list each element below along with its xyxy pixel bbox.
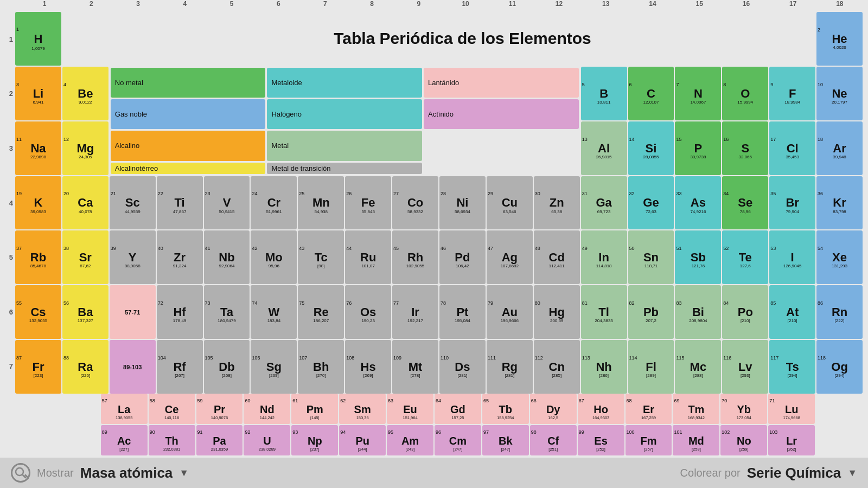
cell-r5-c5[interactable]: 41Nb92,9064: [204, 230, 250, 284]
lanthanide-Ce[interactable]: 58Ce140,116: [149, 394, 195, 424]
cell-r2-c2[interactable]: 4Be9,0122: [62, 67, 108, 120]
actinide-Es[interactable]: 99Es[252]: [578, 425, 624, 455]
cell-r7-c7[interactable]: 107Bh[270]: [298, 340, 344, 394]
actinide-Cm[interactable]: 96Cm[247]: [435, 425, 481, 455]
lanthanide-Nd[interactable]: 60Nd144,242: [244, 394, 290, 424]
cell-r7-c2[interactable]: 88Ra[226]: [62, 340, 108, 394]
lanthanide-Pr[interactable]: 59Pr140,9076: [196, 394, 243, 424]
cell-r7-c4[interactable]: 104Rf[267]: [157, 340, 203, 394]
cell-r5-c4[interactable]: 40Zr91,224: [157, 230, 203, 284]
cell-r5-c6[interactable]: 42Mo95,96: [251, 230, 297, 284]
cell-r2-c16[interactable]: 8O15,9994: [722, 67, 768, 120]
cell-r5-c3[interactable]: 39Y88,9058: [110, 230, 156, 284]
cell-r4-c5[interactable]: 23V50,9415: [204, 176, 250, 230]
actinide-Bk[interactable]: 97Bk[247]: [482, 425, 529, 455]
cell-r4-c4[interactable]: 22Ti47,867: [157, 176, 203, 230]
cell-r3-c17[interactable]: 17Cl35,453: [769, 121, 815, 175]
cell-r4-c18[interactable]: 36Kr83,798: [816, 176, 863, 230]
cell-r3-c15[interactable]: 15P30,9738: [675, 121, 721, 175]
color-dropdown-arrow[interactable]: ▼: [847, 467, 857, 479]
cell-r4-c9[interactable]: 27Co58,9332: [392, 176, 438, 230]
cell-r5-c10[interactable]: 46Pd106,42: [439, 230, 486, 284]
show-dropdown-arrow[interactable]: ▼: [179, 467, 189, 479]
cell-r2-c18[interactable]: 10Ne20,1797: [816, 67, 863, 120]
lanthanide-Yb[interactable]: 70Yb173,054: [720, 394, 767, 424]
cell-r3-c1[interactable]: 11Na22,9898: [15, 121, 61, 175]
cell-r7-c11[interactable]: 111Rg[281]: [487, 340, 533, 394]
cell-r4-c13[interactable]: 31Ga69,723: [581, 176, 627, 230]
cell-r1-c18[interactable]: 2He4,0026: [816, 12, 863, 66]
cell-r5-c18[interactable]: 54Xe131,293: [816, 230, 863, 284]
cell-r6-c2[interactable]: 56Ba137,327: [62, 285, 108, 339]
cell-r5-c16[interactable]: 52Te127,6: [722, 230, 768, 284]
cell-r3-c2[interactable]: 12Mg24,305: [62, 121, 108, 175]
cell-r5-c13[interactable]: 49In114,818: [581, 230, 627, 284]
cell-r3-c18[interactable]: 18Ar39,948: [816, 121, 863, 175]
cell-r2-c17[interactable]: 9F18,9984: [769, 67, 815, 120]
lanthanide-Gd[interactable]: 64Gd157,25: [435, 394, 481, 424]
cell-r4-c7[interactable]: 25Mn54,938: [298, 176, 344, 230]
cell-r6-c6[interactable]: 74W183,84: [251, 285, 297, 339]
cell-r7-c1[interactable]: 87Fr[223]: [15, 340, 61, 394]
lanthanide-Eu[interactable]: 63Eu151,964: [387, 394, 433, 424]
cell-r6-c14[interactable]: 82Pb207,2: [628, 285, 674, 339]
cell-r5-c11[interactable]: 47Ag107,8682: [487, 230, 533, 284]
cell-r7-c12[interactable]: 112Cn[285]: [534, 340, 580, 394]
cell-r4-c2[interactable]: 20Ca40,078: [62, 176, 108, 230]
cell-r6-c7[interactable]: 75Re186,207: [298, 285, 344, 339]
cell-r6-c10[interactable]: 78Pt195,084: [439, 285, 486, 339]
cell-r2-c14[interactable]: 6C12,0107: [628, 67, 674, 120]
cell-r3-c16[interactable]: 16S32,065: [722, 121, 768, 175]
cell-r7-c5[interactable]: 105Db[268]: [204, 340, 250, 394]
lanthanide-Sm[interactable]: 62Sm150,36: [339, 394, 386, 424]
cell-r7-c15[interactable]: 115Mc[288]: [675, 340, 721, 394]
cell-r1-c1[interactable]: 1H1,0079: [15, 12, 61, 66]
cell-r5-c8[interactable]: 44Ru101,07: [345, 230, 391, 284]
cell-r4-c16[interactable]: 34Se78,96: [722, 176, 768, 230]
cell-r6-c8[interactable]: 76Os190,23: [345, 285, 391, 339]
cell-r2-c15[interactable]: 7N14,0067: [675, 67, 721, 120]
cell-r6-c17[interactable]: 85At[210]: [769, 285, 815, 339]
cell-r6-c18[interactable]: 86Rn[222]: [816, 285, 863, 339]
cell-r6-c16[interactable]: 84Po[210]: [722, 285, 768, 339]
cell-r2-c1[interactable]: 3Li6,941: [15, 67, 61, 120]
cell-r6-c11[interactable]: 79Au196,9666: [487, 285, 533, 339]
cell-r4-c8[interactable]: 26Fe55,845: [345, 176, 391, 230]
cell-r5-c9[interactable]: 45Rh102,9055: [392, 230, 438, 284]
cell-r7-c10[interactable]: 110Ds[281]: [439, 340, 486, 394]
cell-r6-c5[interactable]: 73Ta180,9479: [204, 285, 250, 339]
zoom-icon[interactable]: [11, 463, 30, 483]
actinide-Ac[interactable]: 89Ac[227]: [101, 425, 148, 455]
cell-r4-c14[interactable]: 32Ge72,63: [628, 176, 674, 230]
cell-r5-c7[interactable]: 43Tc[98]: [298, 230, 344, 284]
cell-r5-c1[interactable]: 37Rb85,4678: [15, 230, 61, 284]
cell-r7-c6[interactable]: 106Sg[269]: [251, 340, 297, 394]
cell-r6-c13[interactable]: 81Tl204,3833: [581, 285, 627, 339]
cell-r6-c3[interactable]: 57-71: [110, 285, 156, 339]
cell-r4-c15[interactable]: 33As74,9216: [675, 176, 721, 230]
cell-r6-c12[interactable]: 80Hg200,59: [534, 285, 580, 339]
cell-r7-c8[interactable]: 108Hs[269]: [345, 340, 391, 394]
cell-r4-c6[interactable]: 24Cr51,9961: [251, 176, 297, 230]
lanthanide-Pm[interactable]: 61Pm[145]: [291, 394, 338, 424]
cell-r7-c9[interactable]: 109Mt[278]: [392, 340, 438, 394]
lanthanide-Er[interactable]: 68Er167,259: [626, 394, 672, 424]
cell-r4-c1[interactable]: 19K39,0983: [15, 176, 61, 230]
cell-r5-c15[interactable]: 51Sb121,76: [675, 230, 721, 284]
lanthanide-Lu[interactable]: 71Lu174,9668: [768, 394, 815, 424]
actinide-Md[interactable]: 101Md[258]: [673, 425, 719, 455]
cell-r7-c17[interactable]: 117Ts[294]: [769, 340, 815, 394]
lanthanide-Tm[interactable]: 69Tm168,9342: [673, 394, 719, 424]
lanthanide-Dy[interactable]: 66Dy162,5: [530, 394, 577, 424]
cell-r4-c10[interactable]: 28Ni58,6934: [439, 176, 486, 230]
cell-r7-c16[interactable]: 116Lv[293]: [722, 340, 768, 394]
cell-r6-c1[interactable]: 55Cs132,9055: [15, 285, 61, 339]
cell-r5-c12[interactable]: 48Cd112,411: [534, 230, 580, 284]
cell-r4-c12[interactable]: 30Zn65,38: [534, 176, 580, 230]
cell-r5-c17[interactable]: 53I126,9045: [769, 230, 815, 284]
lanthanide-Tb[interactable]: 65Tb158,9254: [482, 394, 529, 424]
cell-r7-c3[interactable]: 89-103: [110, 340, 156, 394]
cell-r6-c4[interactable]: 72Hf178,49: [157, 285, 203, 339]
cell-r6-c9[interactable]: 77Ir192,217: [392, 285, 438, 339]
actinide-Pa[interactable]: 91Pa231,0359: [196, 425, 243, 455]
